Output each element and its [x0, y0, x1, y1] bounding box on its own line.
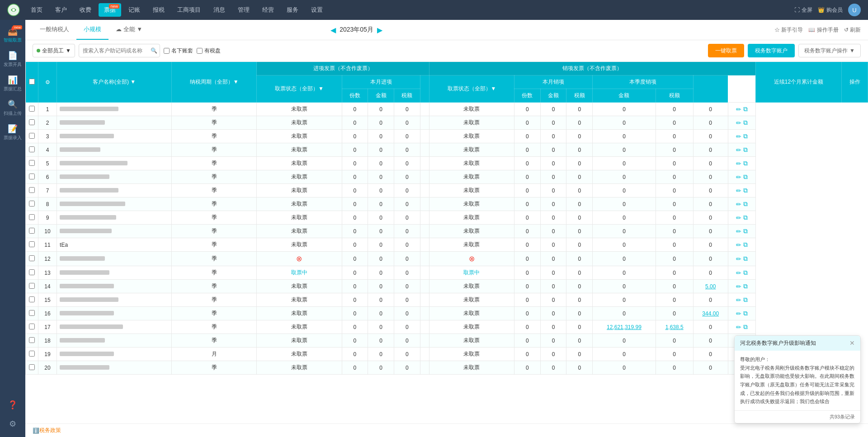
row-checkbox[interactable] — [29, 146, 35, 152]
copy-icon[interactable]: ⧉ — [743, 310, 748, 317]
tax-policy-button[interactable]: 税务政策 — [39, 427, 61, 434]
edit-icon[interactable]: ✏ — [736, 283, 741, 290]
copy-icon[interactable]: ⧉ — [743, 323, 748, 331]
app-logo[interactable] — [7, 4, 20, 16]
row-checkbox[interactable] — [29, 228, 35, 234]
nav-operation[interactable]: 经营 — [257, 3, 279, 17]
sidebar-item-invoice-summary[interactable]: 📊 票据汇总 — [0, 72, 25, 95]
edit-icon[interactable]: ✏ — [736, 228, 741, 235]
tax-disk-filter-checkbox[interactable]: 有税盘 — [197, 47, 221, 55]
search-icon[interactable]: 🔍 — [151, 47, 157, 54]
tab-all[interactable]: ☁ 全能 ▼ — [108, 20, 150, 40]
row-checkbox[interactable] — [29, 255, 35, 261]
col-12month-header[interactable]: 近续12个月累计金额 — [755, 62, 842, 103]
nav-settings[interactable]: 设置 — [306, 3, 328, 17]
row-checkbox[interactable] — [29, 106, 35, 112]
sidebar-item-settings[interactable]: ⚙ — [0, 416, 25, 432]
member-button[interactable]: 👑 购会员 — [818, 6, 843, 14]
row-checkbox[interactable] — [29, 187, 35, 193]
edit-icon[interactable]: ✏ — [736, 255, 741, 263]
edit-icon[interactable]: ✏ — [736, 160, 741, 167]
copy-icon[interactable]: ⧉ — [743, 119, 748, 127]
col-in-status-header[interactable]: 取票状态（全部）▼ — [257, 75, 342, 103]
edit-icon[interactable]: ✏ — [736, 214, 741, 221]
row-checkbox[interactable] — [29, 119, 35, 125]
col-settings-header[interactable]: ⚙ — [38, 62, 57, 103]
nav-service[interactable]: 服务 — [281, 3, 304, 17]
copy-icon[interactable]: ⧉ — [743, 296, 748, 304]
row-checkbox[interactable] — [29, 351, 35, 357]
nav-tax[interactable]: 报税 — [147, 3, 170, 17]
edit-icon[interactable]: ✏ — [736, 174, 741, 181]
tab-general-taxpayer[interactable]: 一般纳税人 — [33, 20, 76, 40]
employee-filter[interactable]: 全部员工 ▼ — [33, 44, 75, 57]
sidebar-item-invoice-open[interactable]: 📄 发票开具 — [0, 48, 25, 70]
row-checkbox[interactable] — [29, 174, 35, 179]
nav-home[interactable]: 首页 — [25, 3, 48, 17]
tax-digital-button[interactable]: 税务数字账户 — [748, 44, 795, 57]
copy-icon[interactable]: ⧉ — [743, 132, 748, 140]
new-guide-button[interactable]: ☆ 新手引导 — [774, 26, 803, 34]
row-checkbox[interactable] — [29, 201, 35, 207]
nav-invoice[interactable]: 票据 new — [99, 3, 121, 17]
edit-icon[interactable]: ✏ — [736, 133, 741, 140]
account-checkbox-input[interactable] — [164, 48, 170, 54]
tax-disk-checkbox-input[interactable] — [197, 48, 203, 54]
sidebar-item-invoice-entry[interactable]: 📝 票据录入 — [0, 121, 25, 144]
notification-close-button[interactable]: ✕ — [849, 339, 855, 347]
row-checkbox[interactable] — [29, 364, 35, 370]
edit-icon[interactable]: ✏ — [736, 269, 741, 277]
row-checkbox[interactable] — [29, 310, 35, 316]
edit-icon[interactable]: ✏ — [736, 324, 741, 331]
copy-icon[interactable]: ⧉ — [743, 105, 748, 113]
edit-icon[interactable]: ✏ — [736, 146, 741, 154]
next-month-button[interactable]: ▶ — [377, 26, 382, 34]
nav-fee[interactable]: 收费 — [74, 3, 97, 17]
copy-icon[interactable]: ⧉ — [743, 269, 748, 277]
user-avatar[interactable]: U — [848, 4, 861, 16]
row-checkbox[interactable] — [29, 324, 35, 329]
manual-button[interactable]: 📖 操作手册 — [808, 26, 838, 34]
row-checkbox[interactable] — [29, 241, 35, 247]
fullscreen-button[interactable]: ⛶ 全屏 — [794, 6, 812, 14]
row-checkbox[interactable] — [29, 214, 35, 220]
nav-message[interactable]: 消息 — [208, 3, 231, 17]
edit-icon[interactable]: ✏ — [736, 310, 741, 317]
copy-icon[interactable]: ⧉ — [743, 214, 748, 221]
month12-value[interactable]: 344.00 — [702, 310, 719, 317]
row-checkbox[interactable] — [29, 296, 35, 302]
copy-icon[interactable]: ⧉ — [743, 255, 748, 263]
edit-icon[interactable]: ✏ — [736, 106, 741, 113]
tax-digital-ops-button[interactable]: 税务数字账户操作 ▼ — [798, 44, 861, 57]
copy-icon[interactable]: ⧉ — [743, 187, 748, 194]
row-checkbox[interactable] — [29, 269, 35, 275]
row-checkbox[interactable] — [29, 160, 35, 166]
refresh-button[interactable]: ↺ 刷新 — [844, 26, 861, 34]
nav-bookkeeping[interactable]: 记账 — [123, 3, 146, 17]
col-out-status-header[interactable]: 取票状态（全部）▼ — [429, 75, 514, 103]
col-tax-period-header[interactable]: 纳税周期（全部）▼ — [171, 62, 256, 103]
copy-icon[interactable]: ⧉ — [743, 160, 748, 167]
edit-icon[interactable]: ✏ — [736, 201, 741, 208]
highlighted-value[interactable]: 12,621,319.99 — [607, 324, 642, 330]
edit-icon[interactable]: ✏ — [736, 241, 741, 249]
sidebar-item-help[interactable]: ❓ — [0, 397, 25, 413]
search-input[interactable] — [79, 44, 160, 57]
select-all-checkbox[interactable] — [29, 79, 35, 85]
highlighted-value[interactable]: 1,638.5 — [665, 324, 684, 330]
edit-icon[interactable]: ✏ — [736, 187, 741, 194]
month12-value[interactable]: 5.00 — [705, 283, 716, 290]
account-filter-checkbox[interactable]: 名下账套 — [164, 47, 193, 55]
sidebar-item-smart-ticket[interactable]: 📥 智能取票 new — [0, 23, 25, 46]
copy-icon[interactable]: ⧉ — [743, 227, 748, 235]
edit-icon[interactable]: ✏ — [736, 119, 741, 127]
one-click-ticket-button[interactable]: 一键取票 — [708, 44, 744, 57]
prev-month-button[interactable]: ◀ — [330, 26, 336, 34]
edit-icon[interactable]: ✏ — [736, 296, 741, 304]
nav-business[interactable]: 工商项目 — [172, 3, 206, 17]
copy-icon[interactable]: ⧉ — [743, 241, 748, 249]
col-name-header[interactable]: 客户名称(全部) ▼ — [57, 62, 172, 103]
copy-icon[interactable]: ⧉ — [743, 146, 748, 154]
tab-small-scale[interactable]: 小规模 — [76, 20, 108, 40]
row-checkbox[interactable] — [29, 133, 35, 139]
